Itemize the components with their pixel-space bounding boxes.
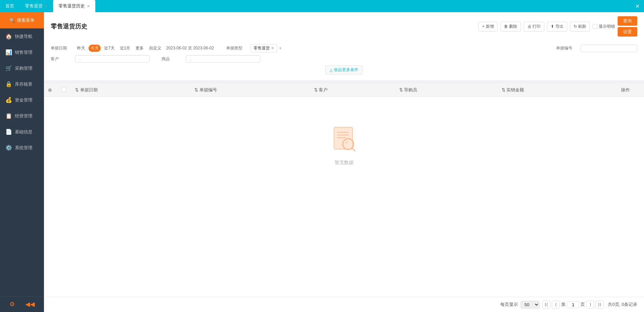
- table-body: 暂无数据: [44, 97, 644, 193]
- th-amount-label: ⇅ 实销金额: [502, 87, 524, 92]
- tab-retail-return-history-label: 零售退货历史: [58, 3, 85, 9]
- page-label: 第: [561, 302, 566, 308]
- page-title: 零售退货历史: [51, 22, 87, 30]
- sidebar-item-sales-mgmt-label: 销售管理: [15, 49, 32, 55]
- tab-retail-return-history-close[interactable]: ✕: [87, 4, 90, 8]
- query-button[interactable]: 查询: [618, 16, 637, 26]
- content-area: 零售退货历史 + 新增 🗑 删除 🖨 打印 ⬆ 导出 ↻ 刷新 显示明细 查询 …: [44, 12, 644, 312]
- doc-type-tag-value: 零售退货: [254, 45, 270, 51]
- per-page-label: 每页显示: [500, 302, 518, 308]
- sidebar-item-sales-mgmt[interactable]: 📊 销售管理: [0, 44, 44, 60]
- table-header: ⚙ ⇅ 单据日期 ⇅ 单据编号 ⇅ 客户: [44, 84, 644, 97]
- filter-row-2: 客户 ... 商品 ...: [51, 55, 637, 63]
- customer-placeholder: ...: [78, 57, 81, 61]
- delete-button[interactable]: 🗑 删除: [500, 22, 521, 31]
- tab-retail-return[interactable]: 零售退货 ✕: [20, 0, 53, 12]
- th-number-label: ⇅ 单据编号: [194, 87, 217, 92]
- display-toggle-checkbox[interactable]: [593, 24, 597, 29]
- customer-input[interactable]: ...: [75, 55, 149, 63]
- total-info: 共0页, 0条记录: [608, 302, 637, 308]
- page-header: 零售退货历史 + 新增 🗑 删除 🖨 打印 ⬆ 导出 ↻ 刷新 显示明细 查询 …: [44, 12, 644, 81]
- sidebar-item-purchase-mgmt-label: 采购管理: [15, 65, 32, 71]
- page-prev-button[interactable]: ⟨: [552, 300, 560, 309]
- page-number-input[interactable]: 1: [567, 301, 579, 308]
- data-table: ⚙ ⇅ 单据日期 ⇅ 单据编号 ⇅ 客户: [44, 84, 644, 193]
- th-action: 操作: [617, 84, 644, 97]
- date-btn-custom[interactable]: 自定义: [147, 45, 163, 52]
- per-page-select[interactable]: 50 10 20 100: [521, 301, 540, 309]
- sidebar-search[interactable]: 🔍 搜索菜单: [0, 12, 44, 28]
- tab-bar: 首页 零售退货 ✕ 零售退货历史 ✕ ✕: [0, 0, 644, 12]
- tab-home[interactable]: 首页: [0, 0, 20, 12]
- page-first-button[interactable]: ⟨⟨: [542, 300, 550, 309]
- th-guide-label: ⇅ 导购员: [399, 87, 418, 92]
- query-btn-group: 查询 设置: [618, 16, 637, 37]
- empty-state-row: 暂无数据: [44, 97, 644, 193]
- purchase-icon: 🛒: [5, 65, 12, 71]
- goods-input[interactable]: ...: [186, 55, 260, 63]
- collapse-button[interactable]: △ 收起更多条件: [325, 65, 363, 74]
- empty-illustration: [327, 124, 361, 154]
- setting-button[interactable]: 设置: [618, 27, 637, 37]
- goods-placeholder: ...: [189, 57, 192, 61]
- select-all-checkbox[interactable]: [62, 87, 66, 92]
- date-btn-yesterday[interactable]: 昨天: [75, 45, 87, 52]
- page-next-button[interactable]: ⟩: [586, 300, 594, 309]
- sidebar-item-quick-nav[interactable]: 🏠 快捷导航: [0, 28, 44, 44]
- sidebar-item-operations-label: 经营管理: [15, 113, 32, 119]
- date-options: 昨天 今天 近7天 近1月 更多 自定义 2023-06-02 至 2023-0…: [75, 45, 214, 52]
- toolbar: + 新增 🗑 删除 🖨 打印 ⬆ 导出 ↻ 刷新 显示明细 查询 设置: [478, 16, 637, 37]
- sidebar-item-inventory[interactable]: 🔒 库存核算: [0, 76, 44, 92]
- doc-type-dropdown[interactable]: ▾: [279, 46, 282, 51]
- th-date[interactable]: ⇅ 单据日期: [71, 84, 190, 97]
- add-button[interactable]: + 新增: [478, 22, 497, 31]
- th-number[interactable]: ⇅ 单据编号: [190, 84, 310, 97]
- th-gear[interactable]: ⚙: [44, 84, 57, 97]
- th-action-label: 操作: [621, 87, 630, 92]
- sidebar-item-purchase-mgmt[interactable]: 🛒 采购管理: [0, 60, 44, 76]
- finance-icon: 💰: [5, 97, 12, 103]
- settings-gear-icon[interactable]: ⚙: [9, 300, 15, 308]
- sound-icon[interactable]: ◀◀: [25, 300, 35, 308]
- th-check[interactable]: [57, 84, 71, 97]
- sidebar-item-system-mgmt[interactable]: ⚙️ 系统管理: [0, 140, 44, 156]
- refresh-button[interactable]: ↻ 刷新: [570, 22, 590, 31]
- sidebar-item-inventory-label: 库存核算: [15, 81, 32, 87]
- operations-icon: 📋: [5, 113, 12, 119]
- collapse-label: 收起更多条件: [334, 67, 358, 73]
- doc-number-label: 单据编号: [556, 45, 575, 51]
- date-btn-1month[interactable]: 近1月: [118, 45, 133, 52]
- empty-state: 暂无数据: [44, 97, 644, 193]
- gear-icon[interactable]: ⚙: [48, 88, 52, 93]
- doc-number-input[interactable]: [580, 45, 637, 52]
- sidebar-item-operations[interactable]: 📋 经营管理: [0, 108, 44, 124]
- th-date-label: ⇅ 单据日期: [75, 87, 98, 92]
- th-amount[interactable]: ⇅ 实销金额: [498, 84, 617, 97]
- date-btn-7days[interactable]: 近7天: [102, 45, 117, 52]
- export-button[interactable]: ⬆ 导出: [547, 22, 567, 31]
- date-filter-label: 单据日期: [51, 45, 70, 51]
- date-btn-more[interactable]: 更多: [134, 45, 146, 52]
- th-guide[interactable]: ⇅ 导购员: [395, 84, 498, 97]
- th-customer[interactable]: ⇅ 客户: [310, 84, 395, 97]
- search-icon: 🔍: [9, 18, 15, 23]
- goods-label: 商品: [162, 56, 181, 62]
- svg-point-7: [345, 141, 348, 143]
- filter-area: 单据日期 昨天 今天 近7天 近1月 更多 自定义 2023-06-02 至 2…: [51, 41, 637, 81]
- sidebar-item-basic-info[interactable]: 📄 基础信息: [0, 124, 44, 140]
- system-icon: ⚙️: [5, 144, 12, 151]
- page-last-button[interactable]: ⟩⟩: [596, 300, 604, 309]
- print-button[interactable]: 🖨 打印: [524, 22, 544, 31]
- window-close-button[interactable]: ✕: [630, 0, 644, 12]
- sidebar: 🔍 搜索菜单 🏠 快捷导航 📊 销售管理 🛒 采购管理 🔒 库存核算 💰 资金管…: [0, 12, 44, 312]
- doc-type-tag-remove[interactable]: ✕: [271, 46, 274, 50]
- doc-type-tag-group: 零售退货 ✕ ▾: [251, 44, 544, 52]
- sidebar-item-finance[interactable]: 💰 资金管理: [0, 92, 44, 108]
- sidebar-item-finance-label: 资金管理: [15, 97, 32, 103]
- tab-retail-return-history[interactable]: 零售退货历史 ✕: [53, 0, 95, 12]
- tab-retail-return-label: 零售退货: [25, 3, 43, 9]
- date-btn-today[interactable]: 今天: [89, 45, 101, 52]
- page-unit: 页: [580, 302, 585, 308]
- tab-retail-return-close[interactable]: ✕: [45, 4, 48, 8]
- display-toggle-label: 显示明细: [599, 24, 615, 29]
